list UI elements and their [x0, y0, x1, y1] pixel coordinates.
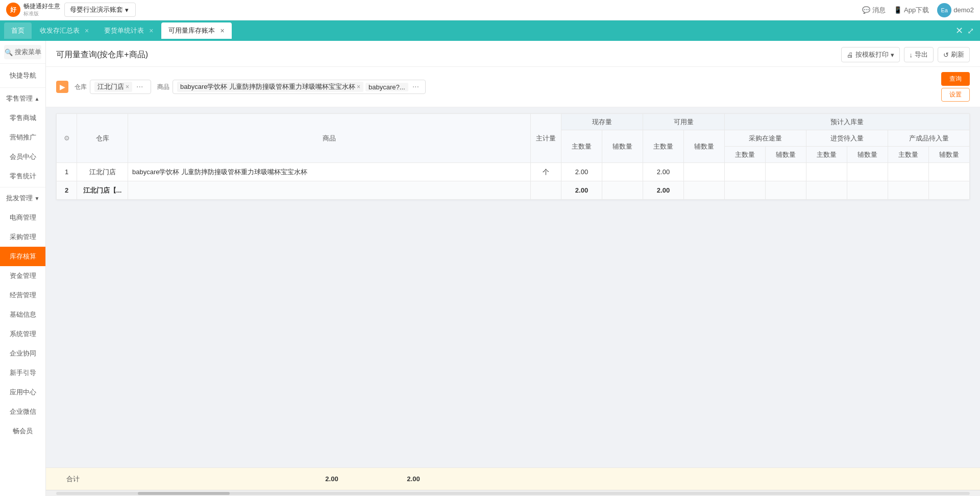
tab-shoufaStorage-close[interactable]: × [85, 27, 89, 35]
app-download-action[interactable]: 📱 App下载 [894, 6, 929, 15]
sidebar-item-sys[interactable]: 系统管理 [0, 324, 45, 344]
sidebar-item-retail-stats[interactable]: 零售统计 [0, 167, 45, 186]
sidebar-item-purchase[interactable]: 采购管理 [0, 227, 45, 247]
tab-keyongStock-label: 可用量库存账本 [168, 26, 215, 35]
print-template-btn[interactable]: 🖨 按模板打印 ▾ [841, 47, 900, 62]
expand-icon[interactable]: ⤢ [967, 26, 974, 36]
data-table: ⚙ 仓库 商品 主计量 现存量 可用量 预计入库量 主数量 辅数量 主数量 辅数… [56, 113, 970, 200]
sidebar-search-area: 🔍 搜索菜单 [0, 41, 45, 64]
product-tag-1: babycare学饮杯 儿童防摔防撞吸管杯重力球吸嘴杯宝宝水杯 × [177, 82, 363, 92]
print-template-label: 按模板打印 [855, 50, 889, 59]
sidebar-item-corp-wechat[interactable]: 企业微信 [0, 402, 45, 421]
sidebar-section: 零售管理 ▲ 零售商城 营销推广 会员中心 零售统计 批发管理 ▼ 电商管理 [0, 88, 45, 442]
product-input[interactable]: babycare学饮杯 儿童防摔防撞吸管杯重力球吸嘴杯宝宝水杯 × babyca… [173, 80, 426, 94]
tab-yaoHuoDan[interactable]: 要货单统计表 × [97, 22, 160, 39]
logo-text: 畅捷通好生意 [23, 3, 60, 10]
export-btn[interactable]: ↓ 导出 [904, 47, 934, 62]
th-unit: 主计量 [531, 114, 561, 163]
top-bar-left: 好 畅捷通好生意 标准版 母婴行业演示账套 ▾ [6, 3, 136, 17]
sidebar-item-marketing[interactable]: 营销推广 [0, 128, 45, 147]
warehouse-input[interactable]: 江北门店 × ··· [90, 80, 151, 94]
sidebar-item-ops[interactable]: 经营管理 [0, 286, 45, 305]
page-header: 可用量查询(按仓库+商品) 🖨 按模板打印 ▾ ↓ 导出 ↺ 刷新 [46, 41, 980, 67]
refresh-btn[interactable]: ↺ 刷新 [938, 47, 970, 62]
sidebar-item-ecommerce[interactable]: 电商管理 [0, 208, 45, 227]
th-product-aux: 辅数量 [929, 147, 970, 163]
row-1-product-main [888, 163, 929, 181]
sidebar-item-basic-label: 基础信息 [10, 310, 36, 319]
th-planned-inbound-group: 预计入库量 [725, 114, 970, 130]
filter-bar: ▶ 仓库 江北门店 × ··· 商品 babycare学饮杯 儿童防摔防撞吸管杯… [46, 67, 980, 107]
page-actions: 🖨 按模板打印 ▾ ↓ 导出 ↺ 刷新 [841, 47, 970, 62]
sidebar-item-member[interactable]: 会员中心 [0, 147, 45, 167]
th-current-stock-group: 现存量 [561, 114, 643, 130]
table-row: 1 江北门店 babycare学饮杯 儿童防摔防撞吸管杯重力球吸嘴杯宝宝水杯 个… [57, 163, 970, 181]
message-action[interactable]: 💬 消息 [862, 6, 886, 15]
footer-stock-main: 2.00 [311, 475, 352, 483]
th-avail-aux: 辅数量 [684, 130, 725, 163]
th-purchase-aux: 辅数量 [766, 147, 806, 163]
refresh-label: 刷新 [951, 50, 964, 59]
sidebar-item-app-center[interactable]: 应用中心 [0, 383, 45, 402]
sidebar-item-corp-wechat-label: 企业微信 [10, 407, 36, 416]
settings-gear-icon[interactable]: ⚙ [64, 134, 70, 142]
export-label: 导出 [915, 50, 928, 59]
warehouse-tag-text: 江北门店 [97, 82, 124, 91]
tab-keyongStock[interactable]: 可用量库存账本 × [161, 22, 231, 39]
sidebar-item-inventory[interactable]: 库存核算 [0, 247, 45, 266]
sidebar-item-guide[interactable]: 新手引导 [0, 363, 45, 383]
search-icon: 🔍 [5, 49, 13, 56]
sidebar-item-quick-nav[interactable]: 快捷导航 [0, 67, 45, 84]
tab-keyongStock-close[interactable]: × [220, 27, 224, 35]
table-row-group: 2 江北门店【... 2.00 2.00 [57, 181, 970, 200]
sidebar-item-retail-mall[interactable]: 零售商城 [0, 108, 45, 128]
caret-icon: ▲ [35, 96, 40, 102]
industry-selector[interactable]: 母婴行业演示账套 ▾ [64, 3, 136, 17]
search-menu-button[interactable]: 🔍 搜索菜单 [4, 45, 41, 59]
warehouse-dots[interactable]: ··· [134, 82, 145, 91]
product-tag-2: babycare?... [365, 83, 408, 91]
th-purchase-main: 主数量 [725, 147, 766, 163]
query-btn[interactable]: 查询 [941, 72, 970, 86]
tab-home[interactable]: 首页 [4, 22, 32, 39]
row-1-stock-aux [602, 163, 643, 181]
row-2-stock-aux [602, 181, 643, 200]
row-2-inbound-main [806, 181, 847, 200]
product-dots[interactable]: ··· [410, 82, 421, 91]
industry-label: 母婴行业演示账套 [70, 5, 123, 14]
sidebar-item-member-label: 会员中心 [10, 152, 36, 161]
row-1-warehouse: 江北门店 [77, 163, 128, 181]
sidebar-item-basic[interactable]: 基础信息 [0, 305, 45, 324]
horizontal-scrollbar[interactable] [56, 492, 970, 495]
close-window-icon[interactable]: ✕ [955, 25, 963, 36]
user-area[interactable]: Ea demo2 [937, 3, 974, 17]
th-stock-aux: 辅数量 [602, 130, 643, 163]
top-bar: 好 畅捷通好生意 标准版 母婴行业演示账套 ▾ 💬 消息 📱 App下载 Ea … [0, 0, 980, 20]
chat-icon: 💬 [862, 6, 870, 14]
sidebar-item-finance[interactable]: 资金管理 [0, 266, 45, 286]
warehouse-tag-remove[interactable]: × [126, 83, 129, 90]
sidebar-item-enterprise[interactable]: 企业协同 [0, 344, 45, 363]
row-2-stock-main: 2.00 [561, 181, 602, 200]
th-inbound-group: 进货待入量 [806, 130, 888, 147]
sidebar-quick-nav: 快捷导航 [0, 64, 45, 88]
sidebar-item-wholesale[interactable]: 批发管理 ▼ [0, 188, 45, 208]
tab-shoufaStorage[interactable]: 收发存汇总表 × [33, 22, 96, 39]
sidebar-item-retail-mgmt[interactable]: 零售管理 ▲ [0, 89, 45, 108]
settings-btn[interactable]: 设置 [941, 88, 970, 102]
search-menu-label: 搜索菜单 [15, 48, 41, 57]
tab-yaoHuoDan-close[interactable]: × [149, 27, 153, 35]
th-purchase-group: 采购在途量 [725, 130, 806, 147]
product-tag-1-remove[interactable]: × [357, 83, 360, 90]
sidebar-item-purchase-label: 采购管理 [10, 232, 36, 242]
row-1-avail-aux [684, 163, 725, 181]
sidebar-item-marketing-label: 营销推广 [10, 133, 36, 142]
tab-shoufaStorage-label: 收发存汇总表 [40, 26, 80, 35]
scroll-thumb[interactable] [138, 492, 230, 495]
filter-toggle-btn[interactable]: ▶ [56, 81, 68, 93]
row-1-stock-main: 2.00 [561, 163, 602, 181]
sidebar-item-vip[interactable]: 畅会员 [0, 421, 45, 441]
message-label: 消息 [872, 6, 886, 15]
warehouse-tag: 江北门店 × [94, 82, 132, 92]
th-inbound-aux: 辅数量 [847, 147, 888, 163]
